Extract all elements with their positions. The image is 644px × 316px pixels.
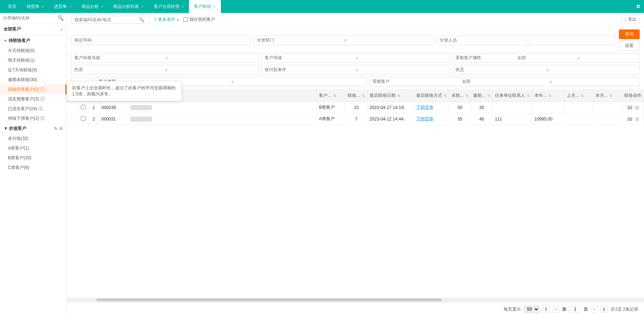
data-table-area: ⚙ 客户编码 ⇅ 客户名称 ⇅	[67, 90, 644, 298]
content-area: 🔍 ▽ 更多条件 ∨ 我分管的客户 ↑ 导出 电话号码	[67, 13, 644, 316]
nav-product-analysis[interactable]: 商品分析 ×	[77, 0, 108, 13]
nav-purchase-order[interactable]: 进货单 ×	[49, 0, 76, 13]
total-records: 共1页 2条记录	[611, 306, 638, 312]
chevron-down-icon: ∨	[546, 67, 636, 72]
price-grade-select[interactable]: 客户价格等级 ∨	[71, 53, 259, 63]
prev-page-button[interactable]: ‹	[553, 306, 559, 313]
page-size-select[interactable]: 50	[524, 305, 539, 313]
retail-attr-select[interactable]: 零散客户属性 全部 ∨	[452, 53, 640, 63]
row-checkbox[interactable]	[81, 105, 85, 109]
close-icon[interactable]: ×	[141, 4, 143, 9]
row-type: A类客户	[317, 113, 346, 125]
sidebar-item-churn-warning[interactable]: 流失预警客户(3) ⓘ	[0, 94, 66, 104]
th-method[interactable]: 最后联络方式 ⇅	[414, 90, 449, 102]
sidebar-item-7days[interactable]: 近7天待联络(0)	[0, 65, 66, 75]
nav-home[interactable]: 首页	[3, 0, 22, 13]
export-button[interactable]: ↑ 导出	[621, 15, 640, 24]
sidebar-item-overdue[interactable]: 逾期未联络(30)	[0, 75, 66, 85]
nav-customer-tier[interactable]: 客户分层经营 ×	[149, 0, 189, 13]
row-method: 下销货单	[414, 102, 449, 113]
my-customer-filter[interactable]: 我分管的客户	[183, 16, 215, 23]
sidebar-item-today[interactable]: 今天待联络(0)	[0, 46, 66, 56]
sidebar-item-b-class[interactable]: B类客户(33)	[0, 153, 66, 163]
sidebar-item-churned[interactable]: 已流失客户(24) ⓘ	[0, 104, 66, 114]
edit-icon[interactable]: ✎	[54, 126, 57, 131]
nav-product-analysis-list[interactable]: 商品分析列表 ×	[108, 0, 148, 13]
pagination-bar: 每页显示 50 ⟪ ‹ 第 页 › ⟫ 共1页 2条记录	[67, 302, 644, 316]
retail-customer-label: 零散客户	[372, 79, 460, 85]
nav-sales-order[interactable]: 销货单 ×	[22, 0, 49, 13]
sidebar-item-ungroup[interactable]: 未分组(32)	[0, 134, 66, 143]
action-buttons: 查询 设置	[619, 29, 640, 51]
sidebar-item-tomorrow[interactable]: 明天待联络(1)	[0, 56, 66, 65]
row-uncontact: 50	[449, 102, 471, 113]
more-action-icon[interactable]: ⊞	[635, 116, 639, 122]
row-contact: 7	[346, 113, 367, 125]
row-drag	[67, 102, 78, 113]
sidebar-all-customers[interactable]: 全部客户 «	[0, 23, 66, 36]
sidebar-item-a-class[interactable]: A类客户(1)	[0, 143, 66, 153]
th-date[interactable]: 最后联络日期 ⇅	[367, 90, 414, 102]
settings-icon[interactable]: ⚙	[59, 126, 63, 131]
person-select[interactable]: 分管人员 ···	[436, 36, 616, 45]
th-thismonth[interactable]: 本月... ⇅	[593, 90, 622, 102]
dept-select[interactable]: 分管部门 ∨	[254, 36, 433, 45]
status-select[interactable]: 状态 ∨	[452, 65, 640, 75]
close-icon[interactable]: ×	[182, 4, 184, 9]
method-link[interactable]: 下销货单	[416, 105, 434, 110]
search-icon[interactable]: 🔍	[139, 17, 144, 22]
th-type[interactable]: 客户... ⇅	[317, 90, 346, 102]
payment-select[interactable]: 收付款条件 ∨	[261, 65, 449, 75]
search-input[interactable]	[74, 17, 139, 22]
th-uncontact[interactable]: 未联... ⇅	[449, 90, 471, 102]
phone-input[interactable]	[94, 38, 247, 43]
settings-button[interactable]: 设置	[619, 41, 640, 51]
page-number-input[interactable]	[569, 306, 581, 313]
horizontal-scrollbar[interactable]	[67, 298, 644, 302]
th-lastmonth[interactable]: 上月... ⇅	[565, 90, 593, 102]
row-num: 2	[88, 113, 99, 125]
nav-customer-contact[interactable]: 客户联络 ×	[189, 0, 221, 13]
next-page-button[interactable]: ›	[591, 306, 597, 313]
row-uncontact: 55	[449, 113, 471, 125]
top-nav: 首页 销货单 × 进货单 × 商品分析 × 商品分析列表 × 客户分层经营 × …	[0, 0, 644, 13]
th-partner[interactable]: 往来单位联系人 ⇅	[492, 90, 532, 102]
sidebar-group-value-customers[interactable]: ▼ 价值客户 ✎ ⚙	[0, 123, 66, 134]
close-icon[interactable]: ×	[213, 4, 216, 9]
phone-action-icon[interactable]: ☎	[627, 116, 633, 122]
my-customer-checkbox[interactable]	[183, 17, 188, 22]
row-checkbox[interactable]	[81, 116, 85, 121]
filter-row-1: 电话号码 分管部门 ∨ 分管人员 ··· 查询 设置	[71, 29, 640, 51]
sidebar-item-declining[interactable]: 持续下滑客户(2) ⓘ	[0, 114, 66, 123]
row-thisyear	[532, 102, 565, 113]
nature-select[interactable]: 性质 ∨	[71, 65, 259, 75]
first-page-button[interactable]: ⟪	[542, 306, 550, 313]
sidebar-collapse-icon[interactable]: «	[60, 27, 63, 32]
more-action-icon[interactable]: ⊞	[635, 105, 639, 110]
th-contact[interactable]: 联络... ⇅	[346, 90, 367, 102]
phone-action-icon[interactable]: ☎	[627, 105, 633, 110]
close-icon[interactable]: ×	[42, 4, 44, 9]
retail-customer-select[interactable]: 零散客户 全部 ∨	[369, 77, 640, 86]
row-checkbox-cell	[78, 113, 88, 125]
query-button[interactable]: 查询	[619, 29, 640, 39]
method-link[interactable]: 下销货单	[416, 116, 434, 121]
ellipsis-icon[interactable]: ···	[526, 38, 613, 43]
th-overdue[interactable]: 逾期... ⇅	[471, 90, 492, 102]
customer-grade-select[interactable]: 客户等级 ∨	[261, 53, 449, 63]
th-thisyear[interactable]: 本年... ⇅	[532, 90, 565, 102]
row-date: 2023-04-12 14:44:	[367, 113, 414, 125]
sidebar-item-c-class[interactable]: C类客户(6)	[0, 163, 66, 173]
chevron-down-icon: ∨	[165, 67, 255, 72]
sidebar-section-pending[interactable]: ▼ 待联络客户	[0, 36, 66, 46]
window-close-button[interactable]: ✕	[636, 3, 640, 10]
sidebar-item-repurchase-abnormal[interactable]: 回购异常客户(2) ⓘ	[0, 85, 66, 94]
scrollbar-thumb[interactable]	[96, 298, 442, 301]
close-icon[interactable]: ×	[69, 4, 71, 9]
page-size-label: 每页显示	[504, 306, 521, 312]
close-icon[interactable]: ×	[101, 4, 103, 9]
sidebar-search-icon[interactable]: 🔍	[57, 15, 64, 21]
sidebar-search-input[interactable]	[3, 15, 57, 20]
last-page-button[interactable]: ⟫	[600, 306, 608, 313]
more-conditions-button[interactable]: ▽ 更多条件 ∨	[154, 16, 180, 23]
